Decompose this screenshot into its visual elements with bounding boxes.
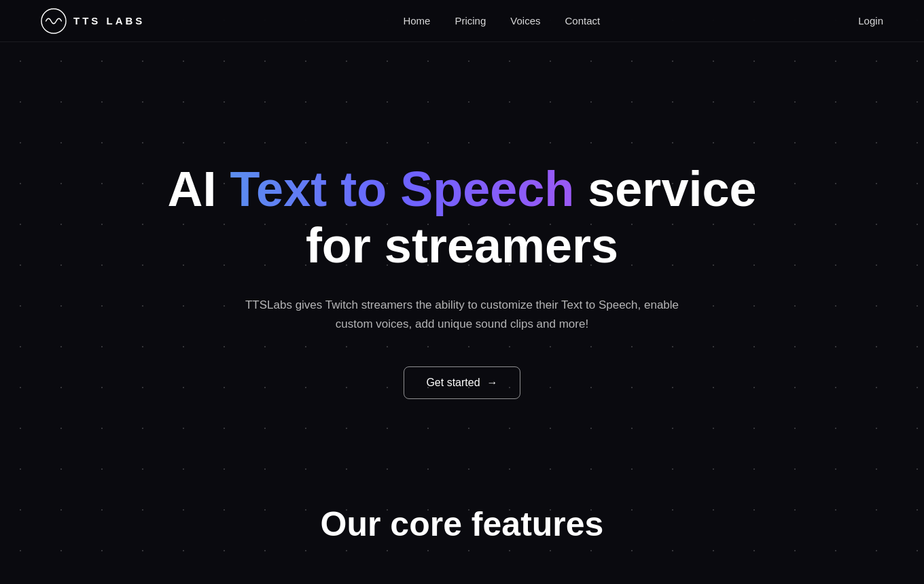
nav-links: Home Pricing Voices Contact xyxy=(403,15,600,27)
get-started-button[interactable]: Get started → xyxy=(404,366,520,399)
cta-arrow: → xyxy=(487,377,498,389)
logo[interactable]: TTS LABS xyxy=(41,8,145,34)
logo-icon xyxy=(41,8,67,34)
nav-link-home[interactable]: Home xyxy=(403,15,430,27)
nav-link-contact[interactable]: Contact xyxy=(565,15,601,27)
features-title: Our core features xyxy=(27,504,897,544)
features-section: Our core features xyxy=(0,491,924,584)
nav-item-home[interactable]: Home xyxy=(403,15,430,27)
hero-subtitle: TTSLabs gives Twitch streamers the abili… xyxy=(245,296,679,334)
nav-link-voices[interactable]: Voices xyxy=(510,15,540,27)
nav-item-voices[interactable]: Voices xyxy=(510,15,540,27)
cta-label: Get started xyxy=(426,377,480,389)
nav-item-contact[interactable]: Contact xyxy=(565,15,601,27)
logo-text: TTS LABS xyxy=(73,15,145,27)
hero-section: AI Text to Speech service for streamers … xyxy=(0,42,924,491)
svg-point-0 xyxy=(41,8,66,33)
hero-title: AI Text to Speech service for streamers xyxy=(156,161,768,274)
nav-link-pricing[interactable]: Pricing xyxy=(455,15,486,27)
navbar: TTS LABS Home Pricing Voices Contact Log… xyxy=(0,0,924,42)
login-button[interactable]: Login xyxy=(858,15,883,27)
nav-item-pricing[interactable]: Pricing xyxy=(455,15,486,27)
hero-title-gradient: Text to Speech xyxy=(230,162,574,216)
hero-title-prefix: AI xyxy=(167,162,230,216)
